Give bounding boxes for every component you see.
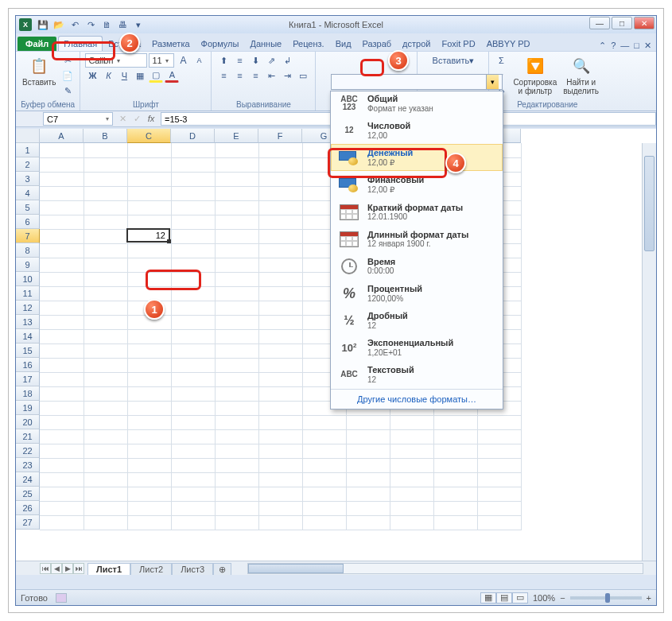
tab-view[interactable]: Вид <box>330 36 357 51</box>
cell-A24[interactable] <box>40 472 84 487</box>
cell-E22[interactable] <box>215 444 258 458</box>
cell-B25[interactable] <box>84 487 127 501</box>
select-all-corner[interactable] <box>16 129 40 143</box>
col-header-F[interactable]: F <box>258 129 302 143</box>
cell-I22[interactable] <box>390 444 433 458</box>
cell-A25[interactable] <box>40 487 84 501</box>
number-format-field[interactable]: ▾ <box>331 74 503 90</box>
orientation-icon[interactable]: ⇗ <box>264 53 278 68</box>
cell-A4[interactable] <box>40 186 84 200</box>
row-header-24[interactable]: 24 <box>16 472 40 487</box>
cell-D19[interactable] <box>171 401 215 415</box>
row-header-5[interactable]: 5 <box>16 200 40 215</box>
qat-more-icon[interactable]: ▾ <box>132 18 145 31</box>
cell-D6[interactable] <box>171 215 215 229</box>
tab-insert[interactable]: Вставка <box>103 36 146 51</box>
cell-E12[interactable] <box>215 301 258 315</box>
cancel-formula-icon[interactable]: ✕ <box>116 114 129 124</box>
row-header-8[interactable]: 8 <box>16 243 40 258</box>
workbook-min-icon[interactable]: — <box>620 41 629 51</box>
cell-E16[interactable] <box>215 358 258 372</box>
cell-E24[interactable] <box>215 472 258 487</box>
tab-abbyy[interactable]: ABBYY PD <box>481 36 536 51</box>
qat-redo-icon[interactable]: ↷ <box>84 18 97 31</box>
cell-G23[interactable] <box>302 458 346 472</box>
cell-A3[interactable] <box>40 172 84 186</box>
align-middle-icon[interactable]: ≡ <box>232 53 247 68</box>
sheet-nav-prev-icon[interactable]: ◀ <box>51 563 62 574</box>
cell-B19[interactable] <box>84 401 127 415</box>
ribbon-collapse-icon[interactable]: ⌃ <box>599 41 606 51</box>
cell-F7[interactable] <box>258 229 302 243</box>
row-header-1[interactable]: 1 <box>16 143 40 157</box>
cell-F24[interactable] <box>258 472 302 487</box>
cell-D8[interactable] <box>171 243 215 258</box>
cell-C20[interactable] <box>127 415 171 429</box>
row-header-21[interactable]: 21 <box>16 429 40 444</box>
cell-D12[interactable] <box>171 301 215 315</box>
cell-F15[interactable] <box>258 343 302 358</box>
cell-A18[interactable] <box>40 386 84 401</box>
cell-B17[interactable] <box>84 372 127 386</box>
sort-filter-button[interactable]: 🔽 Сортировка и фильтр <box>511 53 558 97</box>
grow-font-icon[interactable]: A <box>176 53 190 68</box>
cell-G21[interactable] <box>302 429 346 444</box>
row-header-14[interactable]: 14 <box>16 329 40 343</box>
qat-save-icon[interactable]: 💾 <box>37 18 49 31</box>
cell-B10[interactable] <box>84 272 127 286</box>
cell-C5[interactable] <box>127 200 171 215</box>
nf-item-text[interactable]: ABCТекстовый12 <box>331 361 503 388</box>
row-header-12[interactable]: 12 <box>16 301 40 315</box>
cell-G24[interactable] <box>302 472 346 487</box>
cell-F13[interactable] <box>258 315 302 329</box>
increase-indent-icon[interactable]: ⇥ <box>280 68 294 83</box>
cell-B24[interactable] <box>84 472 127 487</box>
workbook-close-icon[interactable]: ✕ <box>644 41 651 51</box>
cell-C11[interactable] <box>127 286 171 301</box>
cell-H26[interactable] <box>346 501 390 515</box>
cell-A2[interactable] <box>40 157 84 172</box>
tab-review[interactable]: Реценз. <box>287 36 329 51</box>
cell-E4[interactable] <box>215 186 258 200</box>
cell-E25[interactable] <box>215 487 258 501</box>
help-icon[interactable]: ? <box>611 41 616 51</box>
row-header-6[interactable]: 6 <box>16 215 40 229</box>
cell-H23[interactable] <box>346 458 390 472</box>
cell-D10[interactable] <box>171 272 215 286</box>
cell-F10[interactable] <box>258 272 302 286</box>
cell-A8[interactable] <box>40 243 84 258</box>
cell-A17[interactable] <box>40 372 84 386</box>
zoom-thumb[interactable] <box>605 593 610 603</box>
cell-A19[interactable] <box>40 401 84 415</box>
cell-D14[interactable] <box>171 329 215 343</box>
merge-icon[interactable]: ▭ <box>296 68 310 83</box>
shrink-font-icon[interactable]: A <box>192 53 206 68</box>
cell-I23[interactable] <box>390 458 433 472</box>
cell-A14[interactable] <box>40 329 84 343</box>
align-right-icon[interactable]: ≡ <box>248 68 262 83</box>
row-header-19[interactable]: 19 <box>16 401 40 415</box>
cell-A12[interactable] <box>40 301 84 315</box>
cell-H21[interactable] <box>346 429 390 444</box>
nf-item-fraction[interactable]: ½Дробный12 <box>331 307 503 334</box>
cell-D7[interactable] <box>171 229 215 243</box>
cell-I27[interactable] <box>390 515 433 530</box>
cell-C1[interactable] <box>127 143 171 157</box>
cell-C16[interactable] <box>127 358 171 372</box>
row-header-11[interactable]: 11 <box>16 286 40 301</box>
cell-G27[interactable] <box>302 515 346 530</box>
cell-F27[interactable] <box>258 515 302 530</box>
nf-item-scientific[interactable]: 102Экспоненциальный1,20E+01 <box>331 334 503 361</box>
cell-E2[interactable] <box>215 157 258 172</box>
format-painter-icon[interactable]: ✎ <box>60 83 75 98</box>
view-break-icon[interactable]: ▭ <box>512 592 528 604</box>
enter-formula-icon[interactable]: ✓ <box>130 114 143 124</box>
cell-F8[interactable] <box>258 243 302 258</box>
cell-C3[interactable] <box>127 172 171 186</box>
cell-C13[interactable] <box>127 315 171 329</box>
cell-C14[interactable] <box>127 329 171 343</box>
cell-H25[interactable] <box>346 487 390 501</box>
cell-B7[interactable] <box>84 229 127 243</box>
cell-J25[interactable] <box>433 487 477 501</box>
nf-item-longdate[interactable]: Длинный формат даты12 января 1900 г. <box>331 226 503 253</box>
